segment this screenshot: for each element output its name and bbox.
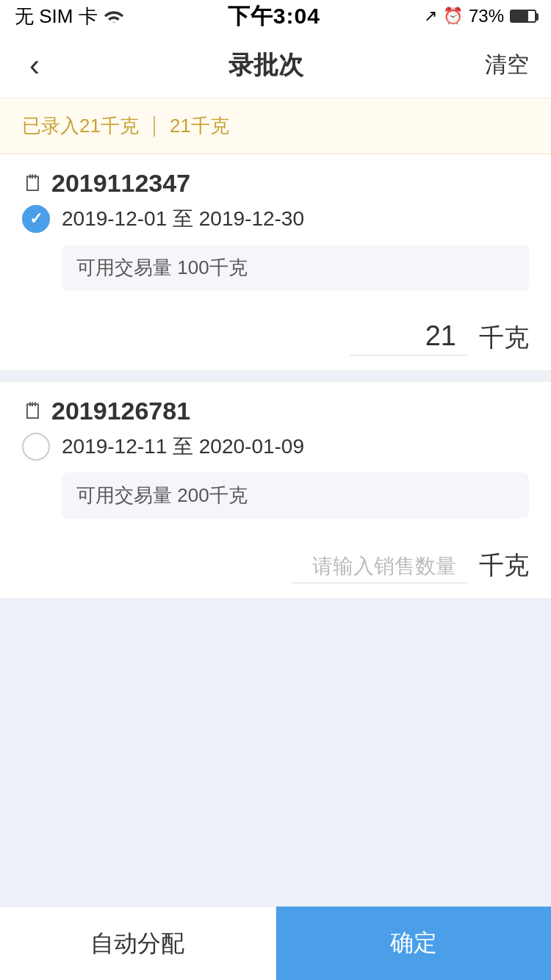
quantity-input-2[interactable] <box>291 548 467 580</box>
amount-label: 21千克 <box>170 113 229 139</box>
empty-area <box>0 598 551 914</box>
availability-1: 可用交易量 100千克 <box>62 245 529 291</box>
info-banner: 已录入21千克 21千克 <box>0 98 551 154</box>
no-sim-label: 无 SIM 卡 <box>15 4 98 29</box>
banner-divider <box>154 116 155 137</box>
amount-row-2: 千克 <box>0 533 551 598</box>
batch-item-2: 🗒 2019126781 2019-12-11 至 2020-01-09 可用交… <box>0 382 551 533</box>
unit-label-2: 千克 <box>479 549 529 583</box>
nav-bar: ‹ 录批次 清空 <box>0 32 551 98</box>
svg-point-0 <box>112 22 115 23</box>
status-time: 下午3:04 <box>228 1 320 32</box>
auto-distribute-button[interactable]: 自动分配 <box>0 907 276 980</box>
confirm-button[interactable]: 确定 <box>276 907 552 980</box>
alarm-icon: ⏰ <box>443 7 463 26</box>
radio-2[interactable] <box>22 433 50 461</box>
unit-label-1: 千克 <box>479 321 529 355</box>
status-bar: 无 SIM 卡 下午3:04 ↗ ⏰ 73% <box>0 0 551 32</box>
back-button[interactable]: ‹ <box>22 48 47 83</box>
recorded-label: 已录入21千克 <box>22 113 139 139</box>
wifi-icon <box>104 5 124 28</box>
batch-icon-2: 🗒 <box>22 399 44 424</box>
battery-label: 73% <box>469 6 504 26</box>
location-icon: ↗ <box>424 7 437 26</box>
radio-1[interactable] <box>22 205 50 233</box>
batch-item-1: 🗒 2019112347 2019-12-01 至 2019-12-30 可用交… <box>0 154 551 306</box>
section-divider <box>0 370 551 382</box>
bottom-bar: 自动分配 确定 <box>0 907 551 980</box>
batch-id-1: 2019112347 <box>51 169 190 198</box>
availability-2: 可用交易量 200千克 <box>62 472 529 519</box>
clear-button[interactable]: 清空 <box>485 50 529 80</box>
amount-row-1: 千克 <box>0 306 551 370</box>
batch-id-2: 2019126781 <box>51 397 190 425</box>
battery-icon <box>510 10 536 23</box>
batch-icon-1: 🗒 <box>22 171 44 196</box>
batch-date-2: 2019-12-11 至 2020-01-09 <box>62 433 304 461</box>
nav-title: 录批次 <box>228 48 303 82</box>
quantity-input-1[interactable] <box>350 320 467 352</box>
batch-date-1: 2019-12-01 至 2019-12-30 <box>62 205 304 233</box>
